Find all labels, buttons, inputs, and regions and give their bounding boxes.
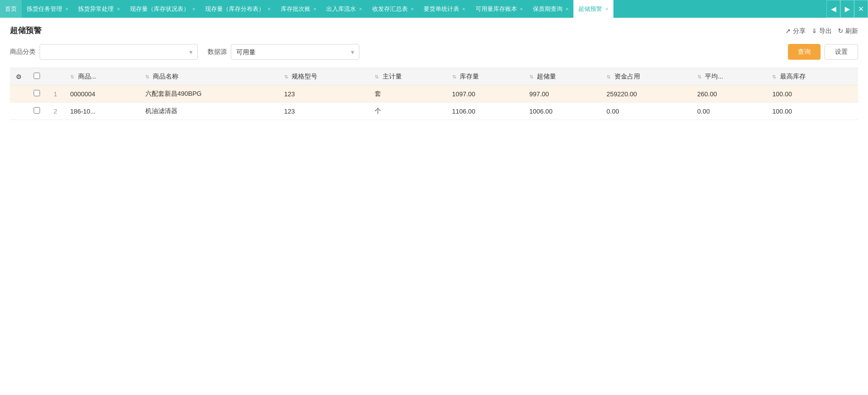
col-gear-header: ⚙	[10, 68, 28, 85]
datasource-select-wrap: 可用量	[231, 44, 359, 60]
row-code-1: 186-10...	[65, 103, 140, 120]
refresh-icon: ↻	[838, 27, 843, 35]
export-button[interactable]: ⇓ 导出	[812, 27, 832, 36]
row-unit-0: 套	[370, 85, 447, 103]
sort-arrows: ⇅	[697, 74, 701, 79]
sort-arrows: ⇅	[70, 74, 74, 79]
data-table: ⚙ ⇅ 商品... ⇅ 商品名称 ⇅ 规格型号	[10, 68, 858, 120]
query-button[interactable]: 查询	[788, 44, 821, 60]
page-header: 超储预警 ➚ 分享 ⇓ 导出 ↻ 刷新	[10, 26, 858, 36]
row-overflow-1: 1006.00	[524, 103, 602, 120]
table-header: ⚙ ⇅ 商品... ⇅ 商品名称 ⇅ 规格型号	[10, 68, 858, 85]
tab-close-icon-1[interactable]: ×	[65, 6, 68, 12]
tab-close-icon-8[interactable]: ×	[462, 6, 465, 12]
nav-tab-1[interactable]: 拣货任务管理 ×	[22, 0, 73, 18]
sort-arrows: ⇅	[375, 74, 379, 79]
datasource-filter: 数据源 可用量	[208, 44, 359, 60]
row-num-1: 2	[45, 103, 65, 120]
row-spec-1: 123	[279, 103, 370, 120]
share-icon: ➚	[785, 27, 791, 35]
top-nav: 首页拣货任务管理 ×拣货异常处理 ×现存量（库存状况表） ×现存量（库存分布表）…	[0, 0, 868, 18]
export-icon: ⇓	[812, 27, 817, 35]
col-name-header[interactable]: ⇅ 商品名称	[140, 68, 279, 85]
select-all-checkbox[interactable]	[34, 73, 40, 79]
category-label: 商品分类	[10, 47, 36, 56]
col-check-header	[28, 68, 45, 85]
row-stock-1: 1106.00	[447, 103, 524, 120]
row-code-0: 0000004	[65, 85, 140, 103]
col-unit-header[interactable]: ⇅ 主计量	[370, 68, 447, 85]
nav-tab-0[interactable]: 首页	[0, 0, 22, 18]
refresh-button[interactable]: ↻ 刷新	[838, 27, 858, 36]
row-maxstock-0: 100.00	[767, 85, 858, 103]
tab-close-icon-9[interactable]: ×	[520, 6, 523, 12]
nav-tab-4[interactable]: 现存量（库存分布表） ×	[200, 0, 275, 18]
page-actions: ➚ 分享 ⇓ 导出 ↻ 刷新	[785, 27, 858, 36]
row-check-1	[28, 103, 45, 120]
tab-close-icon-4[interactable]: ×	[267, 6, 270, 12]
col-stock-header[interactable]: ⇅ 库存量	[447, 68, 524, 85]
col-num-header	[45, 68, 65, 85]
table-row: 1 0000004 六配套新昌490BPG 123 套 1097.00 997.…	[10, 85, 858, 103]
row-overflow-0: 997.00	[524, 85, 602, 103]
col-maxstock-header[interactable]: ⇅ 最高库存	[767, 68, 858, 85]
datasource-label: 数据源	[208, 47, 227, 56]
share-button[interactable]: ➚ 分享	[785, 27, 806, 36]
col-spec-header[interactable]: ⇅ 规格型号	[279, 68, 370, 85]
row-spec-0: 123	[279, 85, 370, 103]
refresh-label: 刷新	[845, 27, 858, 36]
row-avg-1: 0.00	[693, 103, 768, 120]
sort-arrows: ⇅	[284, 74, 288, 79]
export-label: 导出	[819, 27, 832, 36]
sort-arrows: ⇅	[452, 74, 456, 79]
col-avg-header[interactable]: ⇅ 平均...	[693, 68, 768, 85]
gear-icon[interactable]: ⚙	[16, 73, 22, 80]
nav-tab-9[interactable]: 可用量库存账本 ×	[471, 0, 528, 18]
nav-arrow-close[interactable]: ✕	[854, 0, 868, 18]
page-title: 超储预警	[10, 26, 42, 36]
page-content: 超储预警 ➚ 分享 ⇓ 导出 ↻ 刷新 商品分类	[0, 18, 868, 128]
nav-tab-2[interactable]: 拣货异常处理 ×	[73, 0, 125, 18]
nav-tab-7[interactable]: 收发存汇总表 ×	[367, 0, 419, 18]
row-capital-0: 259220.00	[602, 85, 693, 103]
nav-tab-11[interactable]: 超储预警 ×	[573, 0, 613, 18]
share-label: 分享	[793, 27, 806, 36]
nav-tab-8[interactable]: 要货单统计表 ×	[419, 0, 470, 18]
table-row: 2 186-10... 机油滤清器 123 个 1106.00 1006.00 …	[10, 103, 858, 120]
nav-tab-5[interactable]: 库存批次账 ×	[276, 0, 321, 18]
row-checkbox-1[interactable]	[34, 107, 40, 114]
row-maxstock-1: 100.00	[767, 103, 858, 120]
sort-arrows: ⇅	[145, 74, 149, 79]
col-code-header[interactable]: ⇅ 商品...	[65, 68, 140, 85]
category-select[interactable]	[40, 44, 198, 60]
row-checkbox-0[interactable]	[34, 90, 40, 96]
sort-arrows: ⇅	[772, 74, 776, 79]
nav-tab-3[interactable]: 现存量（库存状况表） ×	[125, 0, 200, 18]
row-gear-0	[10, 85, 28, 103]
filter-bar: 商品分类 数据源 可用量 查询 设置	[10, 44, 858, 60]
datasource-select[interactable]: 可用量	[231, 44, 359, 60]
nav-arrow-right[interactable]: ▶	[840, 0, 854, 18]
tab-close-icon-7[interactable]: ×	[411, 6, 414, 12]
settings-button[interactable]: 设置	[825, 44, 858, 60]
row-gear-1	[10, 103, 28, 120]
tab-close-icon-6[interactable]: ×	[359, 6, 362, 12]
row-unit-1: 个	[370, 103, 447, 120]
tab-close-icon-11[interactable]: ×	[605, 6, 608, 12]
nav-tab-10[interactable]: 保质期查询 ×	[528, 0, 573, 18]
category-filter: 商品分类	[10, 44, 198, 60]
category-select-wrap	[40, 44, 198, 60]
nav-arrow-left[interactable]: ◀	[826, 0, 840, 18]
row-name-0: 六配套新昌490BPG	[140, 85, 279, 103]
col-overflow-header[interactable]: ⇅ 超储量	[524, 68, 602, 85]
nav-tab-6[interactable]: 出入库流水 ×	[321, 0, 367, 18]
row-num-0: 1	[45, 85, 65, 103]
tab-close-icon-10[interactable]: ×	[565, 6, 568, 12]
sort-arrows: ⇅	[607, 74, 610, 79]
tab-close-icon-5[interactable]: ×	[313, 6, 316, 12]
col-capital-header[interactable]: ⇅ 资金占用	[602, 68, 693, 85]
tab-close-icon-3[interactable]: ×	[192, 6, 195, 12]
tab-close-icon-2[interactable]: ×	[117, 6, 120, 12]
row-check-0	[28, 85, 45, 103]
nav-arrows: ◀ ▶ ✕	[826, 0, 868, 18]
